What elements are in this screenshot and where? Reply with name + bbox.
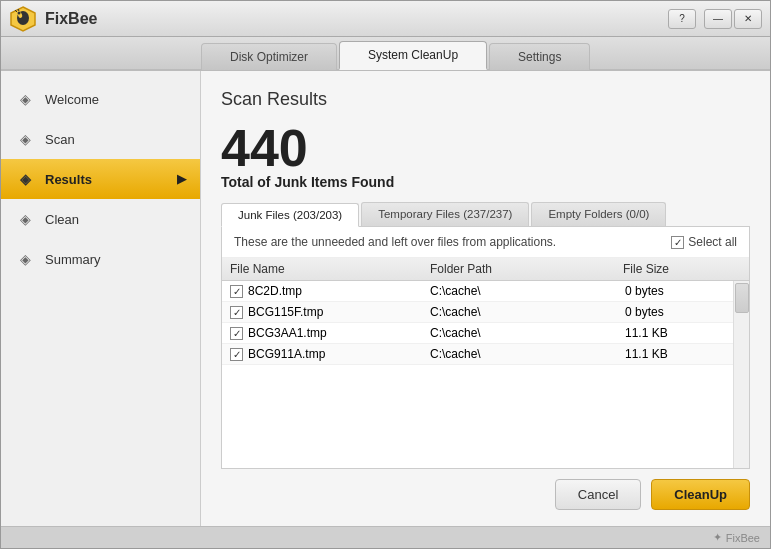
sidebar: ◈ Welcome ◈ Scan ◈ Results ▶ ◈ Clean ◈ S… [1,71,201,526]
results-arrow: ▶ [177,172,186,186]
results-panel: These are the unneeded and left over fil… [221,227,750,469]
sidebar-item-scan[interactable]: ◈ Scan [1,119,200,159]
scroll-thumb[interactable] [735,283,749,313]
select-all-area[interactable]: ✓ Select all [671,235,737,249]
sidebar-item-welcome[interactable]: ◈ Welcome [1,79,200,119]
app-title: FixBee [45,10,97,28]
tabbar: Disk Optimizer System CleanUp Settings [1,37,770,71]
subtabs: Junk Files (203/203) Temporary Files (23… [221,202,750,227]
titlebar: FixBee ? — ✕ [1,1,770,37]
svg-point-3 [18,11,21,14]
titlebar-controls: ? — ✕ [668,9,762,29]
tab-settings[interactable]: Settings [489,43,590,70]
row-size: 0 bytes [625,284,725,298]
sidebar-item-clean[interactable]: ◈ Clean [1,199,200,239]
row-checkbox[interactable]: ✓ [230,327,243,340]
table-row: ✓ BCG3AA1.tmp C:\cache\ 11.1 KB [222,323,733,344]
row-path: C:\cache\ [430,326,625,340]
content-title: Scan Results [221,89,750,110]
col-filename: File Name [230,262,430,276]
app-logo [9,5,37,33]
summary-icon: ◈ [15,249,35,269]
table-header: File Name Folder Path File Size [222,258,749,281]
help-button[interactable]: ? [668,9,696,29]
row-filename: ✓ 8C2D.tmp [230,284,430,298]
junk-count: 440 [221,122,750,174]
subtab-junk-files[interactable]: Junk Files (203/203) [221,203,359,227]
sidebar-item-results[interactable]: ◈ Results ▶ [1,159,200,199]
minimize-button[interactable]: — [704,9,732,29]
table-with-scroll: ✓ 8C2D.tmp C:\cache\ 0 bytes ✓ BCG115F.t… [222,281,749,468]
footer-icon: ✦ [713,531,722,544]
scrollbar[interactable] [733,281,749,468]
sidebar-label-results: Results [45,172,92,187]
subtab-temp-files[interactable]: Temporary Files (237/237) [361,202,529,226]
row-size: 11.1 KB [625,326,725,340]
junk-label: Total of Junk Items Found [221,174,750,190]
row-path: C:\cache\ [430,347,625,361]
sidebar-item-summary[interactable]: ◈ Summary [1,239,200,279]
close-button[interactable]: ✕ [734,9,762,29]
row-size: 0 bytes [625,305,725,319]
footer: ✦ FixBee [1,526,770,548]
sidebar-label-welcome: Welcome [45,92,99,107]
row-filename: ✓ BCG115F.tmp [230,305,430,319]
col-filesize: File Size [623,262,723,276]
welcome-icon: ◈ [15,89,35,109]
footer-brand: FixBee [726,532,760,544]
row-filename: ✓ BCG3AA1.tmp [230,326,430,340]
content-area: Scan Results 440 Total of Junk Items Fou… [201,71,770,526]
row-filename: ✓ BCG911A.tmp [230,347,430,361]
table-row: ✓ BCG115F.tmp C:\cache\ 0 bytes [222,302,733,323]
tab-system-cleanup[interactable]: System CleanUp [339,41,487,70]
sidebar-label-scan: Scan [45,132,75,147]
main-area: ◈ Welcome ◈ Scan ◈ Results ▶ ◈ Clean ◈ S… [1,71,770,526]
subtab-empty-folders[interactable]: Empty Folders (0/0) [531,202,666,226]
row-size: 11.1 KB [625,347,725,361]
select-all-label: Select all [688,235,737,249]
row-checkbox[interactable]: ✓ [230,348,243,361]
results-icon: ◈ [15,169,35,189]
table-row: ✓ BCG911A.tmp C:\cache\ 11.1 KB [222,344,733,365]
scan-icon: ◈ [15,129,35,149]
table-row: ✓ 8C2D.tmp C:\cache\ 0 bytes [222,281,733,302]
bottom-bar: Cancel CleanUp [221,469,750,514]
sidebar-label-summary: Summary [45,252,101,267]
row-checkbox[interactable]: ✓ [230,285,243,298]
table-rows-container: ✓ 8C2D.tmp C:\cache\ 0 bytes ✓ BCG115F.t… [222,281,733,468]
row-path: C:\cache\ [430,284,625,298]
row-checkbox[interactable]: ✓ [230,306,243,319]
results-description: These are the unneeded and left over fil… [234,235,556,249]
clean-icon: ◈ [15,209,35,229]
titlebar-left: FixBee [9,5,97,33]
results-header: These are the unneeded and left over fil… [222,227,749,258]
cleanup-button[interactable]: CleanUp [651,479,750,510]
row-path: C:\cache\ [430,305,625,319]
sidebar-label-clean: Clean [45,212,79,227]
cancel-button[interactable]: Cancel [555,479,641,510]
main-window: FixBee ? — ✕ Disk Optimizer System Clean… [0,0,771,549]
col-folderpath: Folder Path [430,262,623,276]
tab-disk-optimizer[interactable]: Disk Optimizer [201,43,337,70]
select-all-checkbox[interactable]: ✓ [671,236,684,249]
